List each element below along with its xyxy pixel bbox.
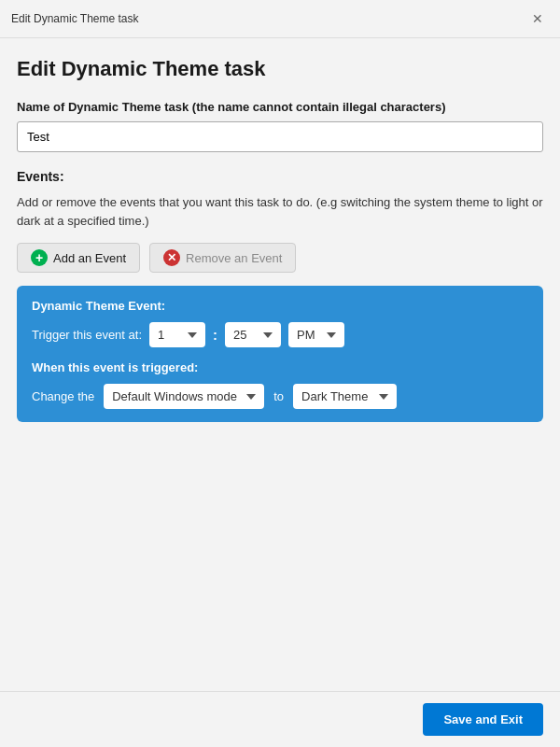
title-bar-text: Edit Dynamic Theme task (11, 12, 139, 25)
task-name-input[interactable] (17, 121, 543, 152)
remove-event-button[interactable]: ✕ Remove an Event (149, 243, 296, 273)
remove-event-label: Remove an Event (186, 251, 282, 265)
time-colon: : (213, 327, 217, 343)
change-row: Change the Default Windows mode App mode… (32, 384, 528, 409)
save-and-exit-button[interactable]: Save and Exit (423, 703, 543, 736)
event-action-buttons: + Add an Event ✕ Remove an Event (17, 243, 543, 273)
trigger-row: Trigger this event at: 1234 5678 9101112… (32, 322, 528, 347)
when-label: When this event is triggered: (32, 360, 528, 374)
event-card-title: Dynamic Theme Event: (32, 299, 528, 313)
name-field-label: Name of Dynamic Theme task (the name can… (17, 100, 543, 114)
close-button[interactable]: ✕ (526, 7, 549, 30)
title-bar: Edit Dynamic Theme task ✕ (0, 0, 560, 38)
remove-icon: ✕ (163, 249, 180, 266)
change-label: Change the (32, 389, 94, 403)
theme-select[interactable]: Dark Theme Light Theme (293, 384, 397, 409)
trigger-label: Trigger this event at: (32, 328, 142, 342)
page-title: Edit Dynamic Theme task (17, 57, 543, 81)
to-label: to (273, 389, 284, 403)
add-icon: + (31, 249, 48, 266)
add-event-button[interactable]: + Add an Event (17, 243, 140, 273)
events-description: Add or remove the events that you want t… (17, 193, 543, 230)
add-event-label: Add an Event (53, 251, 126, 265)
hour-select[interactable]: 1234 5678 9101112 (149, 322, 205, 347)
ampm-select[interactable]: AMPM (288, 322, 344, 347)
events-section-title: Events: (17, 169, 543, 184)
event-card: Dynamic Theme Event: Trigger this event … (17, 286, 543, 422)
mode-select[interactable]: Default Windows mode App mode Both (104, 384, 264, 409)
main-content: Edit Dynamic Theme task Name of Dynamic … (0, 38, 560, 691)
minute-select[interactable]: 00051015 20253035 40455055 (225, 322, 281, 347)
footer: Save and Exit (0, 691, 560, 747)
